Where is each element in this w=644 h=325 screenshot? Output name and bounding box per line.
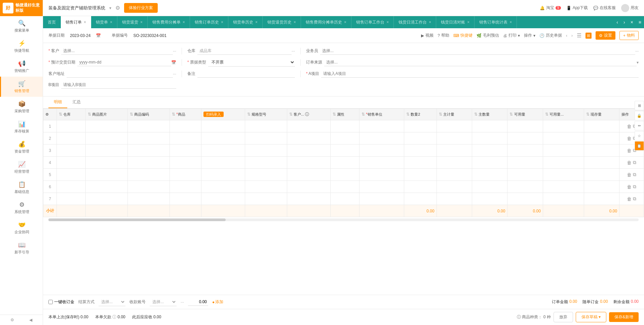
sidebar-item-guide[interactable]: 📖 新手引导	[0, 238, 43, 258]
cell-main-qty[interactable]	[472, 181, 507, 193]
system-dropdown-icon[interactable]: ▾	[109, 6, 111, 10]
cell-warehouse[interactable]	[57, 145, 86, 157]
cell-code[interactable]	[127, 157, 169, 169]
cell-unit[interactable]	[359, 120, 404, 132]
cell-goods[interactable]	[169, 157, 201, 169]
warehouse-expand-icon[interactable]: ···	[292, 49, 295, 53]
sort-icon[interactable]: ⇅	[88, 112, 92, 117]
view-toggle-grid[interactable]: ⊞	[585, 33, 592, 39]
sort-icon[interactable]: ⇅	[509, 112, 514, 117]
cell-customer-code[interactable]	[287, 132, 330, 145]
tab-summary[interactable]: 汇总	[67, 96, 86, 108]
tab-daily-reconcile[interactable]: 钱货日清对账 ×	[436, 16, 475, 28]
cell-main-unit[interactable]	[437, 181, 472, 193]
copy-icon[interactable]: ⧉	[633, 196, 636, 202]
history-btn[interactable]: 🕐 历史单据	[539, 33, 562, 38]
tab-close-icon[interactable]: ×	[467, 20, 469, 25]
tab-close-icon[interactable]: ×	[386, 20, 389, 25]
settings-icon[interactable]: ⚙	[115, 5, 120, 11]
cell-main-qty[interactable]	[472, 132, 507, 145]
delete-icon[interactable]: 🗑	[627, 160, 632, 165]
cell-main-qty[interactable]	[472, 157, 507, 169]
float-btn-5[interactable]: 📋	[635, 141, 644, 151]
cell-code[interactable]	[127, 169, 169, 181]
online-service-btn[interactable]: 💬 在线客服	[593, 5, 616, 11]
sort-icon[interactable]: ⇅	[289, 112, 294, 117]
tab-return-history[interactable]: 销货退货历史 ×	[263, 16, 301, 28]
cell-unit[interactable]	[359, 181, 404, 193]
profit-btn[interactable]: 🌿 毛利预估	[477, 33, 499, 38]
industry-btn[interactable]: 体验行业方案	[124, 3, 158, 13]
copy-icon[interactable]: ⧉	[633, 184, 636, 190]
delivery-date-input[interactable]	[77, 58, 171, 66]
cell-warehouse[interactable]	[57, 181, 86, 193]
cell-spec[interactable]	[245, 120, 287, 132]
cell-warehouse[interactable]	[57, 120, 86, 132]
tab-close-icon[interactable]: ×	[294, 20, 296, 25]
delete-icon[interactable]: 🗑	[627, 136, 632, 141]
sort-icon[interactable]: ⇅	[172, 112, 176, 117]
cell-attr[interactable]	[330, 193, 359, 205]
user-btn[interactable]: 用友	[621, 4, 639, 12]
tab-close-icon[interactable]: ×	[140, 20, 143, 25]
view-video-btn[interactable]: ▶ 视频	[421, 33, 433, 38]
sort-icon[interactable]: ⇅	[586, 112, 591, 117]
cell-spec[interactable]	[245, 193, 287, 205]
tab-close-all-btn[interactable]: ×	[628, 16, 636, 28]
b-project-input[interactable]	[61, 81, 176, 89]
sort-icon[interactable]: ⇅	[439, 112, 443, 117]
sidebar-item-management[interactable]: 📈 经营管理	[0, 157, 43, 177]
cell-main-unit[interactable]	[437, 157, 472, 169]
cell-main-qty[interactable]	[472, 193, 507, 205]
cell-warehouse[interactable]	[57, 157, 86, 169]
tab-sales-order[interactable]: 销售订单 ×	[61, 16, 91, 28]
draft-dropdown-icon[interactable]: ▾	[599, 315, 601, 319]
address-expand-icon[interactable]: ···	[173, 72, 176, 76]
sort-icon[interactable]: ⇅	[59, 112, 63, 117]
salesman-expand-icon[interactable]: ···	[635, 49, 639, 53]
sort-icon[interactable]: ⇅	[130, 112, 134, 117]
sidebar-item-cooperation[interactable]: 🤝 企业协同	[0, 218, 43, 238]
cell-code[interactable]	[127, 193, 169, 205]
app-download-btn[interactable]: 📱 App下载	[566, 5, 588, 11]
help-btn[interactable]: ? 帮助	[438, 33, 449, 38]
tab-menu-btn[interactable]: ≡	[636, 16, 644, 28]
invoice-type-select[interactable]: 不开票 增值税普通发票 增值税专用发票	[208, 58, 295, 67]
cell-attr[interactable]	[330, 145, 359, 157]
cell-code[interactable]	[127, 120, 169, 132]
delete-icon[interactable]: 🗑	[627, 172, 632, 177]
cell-spec[interactable]	[245, 145, 287, 157]
cell-goods[interactable]	[169, 120, 201, 132]
cell-qty2[interactable]	[404, 132, 437, 145]
save-new-btn[interactable]: 保存&新增	[609, 312, 639, 322]
ops-dropdown-icon[interactable]: ▾	[533, 33, 535, 38]
cell-attr[interactable]	[330, 157, 359, 169]
tab-sales-goods[interactable]: 销货单 ×	[91, 16, 117, 28]
salesman-input[interactable]	[320, 47, 635, 55]
tab-sales-expense[interactable]: 销售费用分摊单 ×	[148, 16, 190, 28]
cell-attr[interactable]	[330, 132, 359, 145]
cell-goods[interactable]	[169, 193, 201, 205]
tab-home[interactable]: 首页	[43, 16, 61, 28]
cell-qty2[interactable]	[404, 157, 437, 169]
tab-close-icon[interactable]: ×	[84, 20, 86, 25]
cell-customer-code[interactable]	[287, 120, 330, 132]
tab-close-icon[interactable]: ×	[110, 20, 112, 25]
cell-qty2[interactable]	[404, 169, 437, 181]
tab-sales-return[interactable]: 销货退货 ×	[117, 16, 148, 28]
cell-main-unit[interactable]	[437, 132, 472, 145]
cell-warehouse[interactable]	[57, 193, 86, 205]
customer-input[interactable]	[61, 47, 173, 55]
cell-qty2[interactable]	[404, 193, 437, 205]
cell-spec[interactable]	[245, 157, 287, 169]
cell-spec[interactable]	[245, 132, 287, 145]
add-material-btn[interactable]: + 物料	[619, 31, 639, 40]
tab-prev-btn[interactable]: ‹	[614, 16, 621, 28]
cell-main-unit[interactable]	[437, 193, 472, 205]
float-btn-4[interactable]: ☆	[635, 131, 644, 140]
customer-address-input[interactable]	[67, 70, 173, 78]
pagination-prev[interactable]: ‹	[566, 33, 567, 38]
sidebar-item-inventory[interactable]: 📊 库存核算	[0, 117, 43, 137]
cell-goods[interactable]	[169, 169, 201, 181]
cell-code[interactable]	[127, 145, 169, 157]
